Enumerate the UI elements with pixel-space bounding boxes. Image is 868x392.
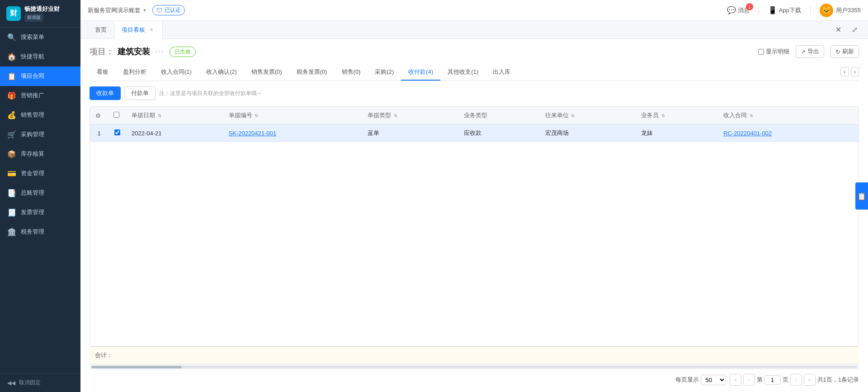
right-arrow-icon: › (854, 68, 856, 75)
tab-close-icon[interactable]: × (148, 26, 155, 33)
select-all-checkbox[interactable] (113, 112, 119, 118)
page-number-input[interactable] (764, 375, 781, 385)
next-tab-button[interactable]: › (851, 67, 859, 76)
row-number[interactable]: SK-20220421-001 (223, 124, 362, 142)
biz-type-col-header: 业务类型 (458, 107, 540, 124)
sidebar-item-funds[interactable]: 💳 资金管理 (0, 164, 80, 183)
tabbar-actions: ✕ ⤢ (832, 24, 861, 36)
payment-toggle[interactable]: 付款单 (124, 86, 156, 100)
account-name: 新服务官网演示账套 (88, 6, 141, 14)
sub-tab-payment[interactable]: 收付款(4) (401, 64, 440, 81)
export-button[interactable]: ↗ 导出 (796, 45, 824, 58)
table-row[interactable]: 1 2022-04-21 SK-20220421-001 蓝单 (90, 124, 859, 142)
prev-page-button[interactable]: ‹ (743, 374, 755, 386)
row-type: 蓝单 (362, 124, 458, 142)
sidebar-item-ledger[interactable]: 📑 总账管理 (0, 183, 80, 203)
sidebar-item-inventory[interactable]: 📦 库存核算 (0, 144, 80, 164)
refresh-label: 刷新 (842, 48, 854, 56)
maximize-button[interactable]: ⤢ (848, 24, 861, 36)
next-page-button[interactable]: › (790, 374, 802, 386)
right-panel-button[interactable]: 📋 (855, 182, 868, 210)
show-detail-label: 显示明细 (766, 48, 789, 56)
date-col-header[interactable]: 单据日期 ⇅ (126, 107, 223, 124)
per-page-selector[interactable]: 每页显示 50 100 200 (675, 375, 726, 385)
page-label: 页 (783, 376, 788, 384)
salesperson-col-header[interactable]: 业务员 ⇅ (636, 107, 718, 124)
last-page-button[interactable]: » (804, 374, 816, 386)
scrollbar-thumb[interactable] (91, 366, 182, 368)
sidebar-item-label: 税务管理 (21, 228, 44, 236)
income-contract-col-header[interactable]: 收入合同 ⇅ (718, 107, 859, 124)
project-status-badge: 已生效 (170, 47, 196, 57)
sort-icon6: ⇅ (750, 113, 753, 118)
table-scrollbar[interactable] (90, 364, 859, 369)
project-label: 项目： (90, 46, 114, 57)
collection-toggle[interactable]: 收款单 (90, 86, 121, 100)
first-page-button[interactable]: « (730, 374, 741, 386)
tab-home[interactable]: 首页 (88, 21, 114, 39)
more-options-icon[interactable]: ··· (156, 48, 164, 56)
settings-col-header[interactable]: ⚙ (90, 107, 108, 124)
user-avatar: 🐱 (820, 4, 833, 17)
messages-button[interactable]: 💬 消息 1 (727, 6, 750, 14)
sidebar-item-project-contract[interactable]: 📋 项目合同 (0, 67, 80, 86)
tab-project-board[interactable]: 项目看板 × (114, 21, 163, 39)
account-selector[interactable]: 新服务官网演示账套 ▼ (88, 6, 147, 14)
sidebar-unpin-button[interactable]: ◀◀ 取消固定 (0, 373, 80, 392)
prev-tab-button[interactable]: ‹ (840, 67, 849, 76)
home-icon: 🏠 (7, 53, 16, 61)
unpin-icon: ◀◀ (7, 380, 15, 386)
sub-tab-kanban[interactable]: 看板 (90, 64, 116, 81)
sub-tabs: 看板 盈利分析 收入合同(1) 收入确认(2) 销售发票(0) 税务发票(0) … (90, 64, 859, 81)
content-area: 项目： 建筑安装 ··· 已生效 显示明细 ↗ 导出 ↻ 刷新 (80, 39, 868, 392)
row-biz-type: 应收款 (458, 124, 540, 142)
sub-tab-sales[interactable]: 销售(0) (335, 64, 368, 81)
sidebar-item-tax[interactable]: 🏛️ 税务管理 (0, 222, 80, 242)
user-name: 用户3355 (836, 6, 861, 14)
logo-icon: 财 (6, 6, 21, 21)
logo-text: 畅捷通好业财 标准版 (24, 5, 60, 22)
show-detail-input[interactable] (758, 49, 764, 55)
sidebar-item-sales[interactable]: 💰 销售管理 (0, 105, 80, 125)
show-detail-checkbox[interactable]: 显示明细 (758, 48, 789, 56)
sub-tab-income-contract[interactable]: 收入合同(1) (154, 64, 199, 81)
row-counterpart: 宏茂商场 (540, 124, 636, 142)
sub-tab-purchase[interactable]: 采购(2) (368, 64, 401, 81)
sidebar-item-label: 资金管理 (21, 169, 44, 177)
sub-tab-tax-invoice[interactable]: 税务发票(0) (289, 64, 335, 81)
sub-tab-income-confirm[interactable]: 收入确认(2) (199, 64, 244, 81)
user-menu[interactable]: 🐱 用户3355 (820, 4, 861, 17)
cert-badge: 🛡 已认证 (152, 5, 185, 15)
number-col-header[interactable]: 单据编号 ⇅ (223, 107, 362, 124)
sidebar-item-purchase[interactable]: 🛒 采购管理 (0, 125, 80, 144)
row-check[interactable] (108, 124, 126, 142)
card-icon: 💳 (7, 169, 16, 178)
sidebar-item-invoice[interactable]: 🧾 发票管理 (0, 203, 80, 222)
app-name: 畅捷通好业财 (24, 5, 60, 13)
sidebar-item-marketing[interactable]: 🎁 营销推广 (0, 86, 80, 105)
per-page-label: 每页显示 (675, 376, 699, 384)
sidebar-item-label: 销售管理 (21, 111, 44, 119)
per-page-select[interactable]: 50 100 200 (701, 375, 726, 385)
sidebar-item-search[interactable]: 🔍 搜索菜单 (0, 28, 80, 47)
sub-tab-profit[interactable]: 盈利分析 (116, 64, 154, 81)
footer-label: 合计： (95, 351, 113, 359)
income-contract-link[interactable]: RC-20220401-002 (723, 130, 772, 137)
document-link[interactable]: SK-20220421-001 (229, 130, 277, 137)
row-checkbox[interactable] (114, 129, 120, 135)
sub-tab-other-expense[interactable]: 其他收支(1) (440, 64, 486, 81)
table-footer: 合计： (90, 346, 859, 364)
sidebar-item-label: 项目合同 (21, 72, 44, 80)
account-dropdown[interactable]: 新服务官网演示账套 ▼ (88, 6, 147, 14)
sidebar-item-quick-nav[interactable]: 🏠 快捷导航 (0, 47, 80, 67)
data-table: ⚙ 单据日期 ⇅ 单据编号 ⇅ 单据类型 (90, 107, 859, 142)
counterpart-col-header[interactable]: 往来单位 ⇅ (540, 107, 636, 124)
type-col-header[interactable]: 单据类型 ⇅ (362, 107, 458, 124)
sub-tab-in-out[interactable]: 出入库 (486, 64, 518, 81)
refresh-button[interactable]: ↻ 刷新 (830, 45, 859, 58)
sub-tab-sales-invoice[interactable]: 销售发票(0) (244, 64, 289, 81)
first-page-icon: « (734, 377, 737, 383)
row-income-contract[interactable]: RC-20220401-002 (718, 124, 859, 142)
app-download-button[interactable]: 📱 App下载 (768, 6, 801, 14)
close-window-button[interactable]: ✕ (832, 24, 844, 36)
